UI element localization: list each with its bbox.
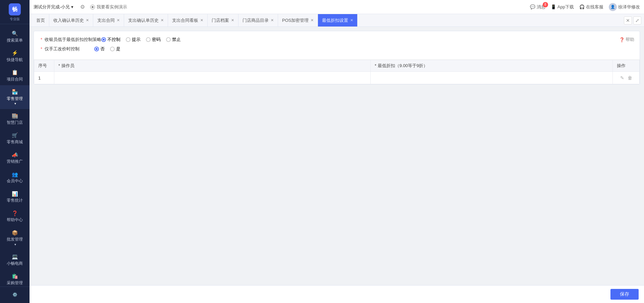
tab-expand-button[interactable]: ⤢ [633,16,641,24]
headset-icon: 🎧 [579,4,585,9]
required-star-policy: * [41,37,42,42]
discount-table-wrap: 序号* 操作员* 最低折扣（9.00等于9折）操作 1 ✎ 🗑 [34,60,640,84]
content-panel: ❓ 帮助 * 收银员低于最低折扣控制策略 不控制 提示 密码 禁止 [34,31,640,85]
radio-label-forbid: 禁止 [172,37,181,43]
radio-label-prompt: 提示 [132,37,141,43]
user-button[interactable]: 👤 徐泽华修改 [609,3,640,11]
tab-close-icon[interactable]: ✕ [350,18,353,22]
radio-circle-forbid [166,37,171,42]
question-icon: ❓ [619,37,625,42]
app-download-button[interactable]: 📱 App下载 [551,4,574,10]
policy-label: * 收银员低于最低折扣控制策略 [41,37,101,43]
help-label: 帮助 [626,37,634,43]
form-area: ❓ 帮助 * 收银员低于最低折扣控制策略 不控制 提示 密码 禁止 [34,31,640,60]
tab-home[interactable]: 首页 [32,14,49,27]
tab-label: 首页 [36,17,45,23]
manual-radio-yes[interactable]: 是 [110,46,120,52]
edit-icon[interactable]: ✎ [619,74,626,81]
tab-close-all-button[interactable]: ✕ [624,16,632,24]
project-contract-icon: 📋 [12,69,18,76]
table-row: 1 ✎ 🗑 [34,72,640,84]
tab-payment-contract-board[interactable]: 支出合同看板✕ [168,14,208,27]
tab-income-history[interactable]: 收入确认单历史✕ [49,14,93,27]
tab-close-icon[interactable]: ✕ [161,18,164,22]
help-link[interactable]: ❓ 帮助 [619,37,634,43]
topbar-project[interactable]: 测试分开完成-小兄 ▾ [34,4,75,10]
tab-close-icon[interactable]: ✕ [86,18,89,22]
tab-label: 支出确认单历史 [128,17,159,23]
content-area: ❓ 帮助 * 收银员低于最低折扣控制策略 不控制 提示 密码 禁止 [30,27,644,285]
policy-radio-no-control[interactable]: 不控制 [101,37,120,43]
avatar: 👤 [609,3,617,11]
col-header-operator: * 操作员 [54,60,371,72]
manual-row: * 仅手工改价时控制 否 是 [41,46,633,52]
sidebar-item-wholesale-management[interactable]: 📦 批发管理 ▾ [0,226,30,250]
sidebar-item-ecommerce[interactable]: 💻 小畅电商 [0,250,30,269]
gear-icon: ⚙️ [12,292,17,298]
app-download-label: App下载 [557,4,574,10]
tab-min-discount[interactable]: 最低折扣设置✕ [318,14,358,27]
sidebar-logo: 畅 专业版 [0,0,30,24]
sidebar-item-label: 会员中心 [7,179,23,184]
sidebar-item-project-contract[interactable]: 📋 项目合同 [0,66,30,85]
sidebar-bottom[interactable]: ⚙️ [0,287,30,303]
manual-radio-no[interactable]: 否 [94,46,105,52]
sidebar-item-help-center[interactable]: ❓ 帮助中心 [0,207,30,226]
sidebar-item-smart-store[interactable]: 🏬 智慧门店 [0,109,30,129]
messages-button[interactable]: 💬 消息 8 [530,4,545,10]
radio-circle-password [146,37,151,42]
project-label: 测试分开完成-小兄 [34,4,70,10]
radio-label-no-control: 不控制 [107,37,120,43]
sidebar-item-retail-mall[interactable]: 🛒 零售商城 [0,129,30,148]
sidebar-item-member-center[interactable]: 👥 会员中心 [0,168,30,187]
required-star-manual: * [41,46,42,51]
customer-service-button[interactable]: 🎧 在线客服 [579,4,603,10]
sidebar-item-purchase-management[interactable]: 🛍️ 采购管理 [0,269,30,287]
topbar-right: 💬 消息 8 📱 App下载 🎧 在线客服 👤 徐泽华修改 [530,3,640,11]
sidebar-item-label: 采购管理 [7,281,23,286]
message-icon: 💬 [530,4,535,9]
tab-label: POS加密管理 [282,17,309,23]
tab-label: 最低折扣设置 [322,17,348,23]
radio-circle-prompt [126,37,130,42]
tab-close-icon[interactable]: ✕ [200,18,203,22]
sidebar-menu: 🔍 搜索菜单 ⚡ 快捷导航 📋 项目合同 🏪 零售管理 ▾ 🏬 智慧门店 🛒 零… [0,24,30,287]
col-header-actions: 操作 [613,60,640,72]
tab-close-icon[interactable]: ✕ [271,18,274,22]
topbar-demo-button[interactable]: 我要看实例演示 [90,4,127,10]
sidebar-item-label: 营销推广 [7,159,23,164]
policy-radio-prompt[interactable]: 提示 [126,37,141,43]
tab-payment-confirm-history[interactable]: 支出确认单历史✕ [124,14,168,27]
tab-payment-contract[interactable]: 支出合同✕ [93,14,124,27]
sidebar-item-settings[interactable]: ⚙️ [10,290,19,300]
tab-label: 支出合同看板 [172,17,198,23]
messages-badge: 8 [543,2,548,7]
radio-circle-no-control [101,37,106,42]
sidebar: 畅 专业版 🔍 搜索菜单 ⚡ 快捷导航 📋 项目合同 🏪 零售管理 ▾ 🏬 智慧… [0,0,30,303]
tab-store-archive[interactable]: 门店档案✕ [208,14,238,27]
demo-label: 我要看实例演示 [97,4,127,10]
cell-discount[interactable] [371,72,613,84]
topbar-settings-button[interactable]: ⚙ [80,4,85,10]
tab-close-icon[interactable]: ✕ [311,18,314,22]
ecommerce-icon: 💻 [12,253,18,260]
sidebar-item-marketing[interactable]: 📣 营销推广 [0,148,30,168]
delete-icon[interactable]: 🗑 [627,74,633,81]
sidebar-item-label: 项目合同 [7,77,23,82]
col-header-seq: 序号 [34,60,54,72]
download-icon: 📱 [551,4,556,9]
policy-radio-password[interactable]: 密码 [146,37,161,43]
policy-radio-forbid[interactable]: 禁止 [166,37,181,43]
cell-operator[interactable] [54,72,371,84]
sidebar-item-search[interactable]: 🔍 搜索菜单 [0,27,30,46]
sidebar-item-shortcuts[interactable]: ⚡ 快捷导航 [0,46,30,66]
tab-close-icon[interactable]: ✕ [117,18,120,22]
tab-close-icon[interactable]: ✕ [231,18,234,22]
radio-label-manual-no: 否 [100,46,105,52]
sidebar-item-retail-management[interactable]: 🏪 零售管理 ▾ [0,85,30,109]
tab-label: 收入确认单历史 [53,17,84,23]
tab-store-product-catalog[interactable]: 门店商品目录✕ [238,14,278,27]
sidebar-item-retail-stats[interactable]: 📊 零售统计 [0,187,30,207]
tab-pos-password[interactable]: POS加密管理✕ [278,14,318,27]
save-button[interactable]: 保存 [610,289,639,300]
